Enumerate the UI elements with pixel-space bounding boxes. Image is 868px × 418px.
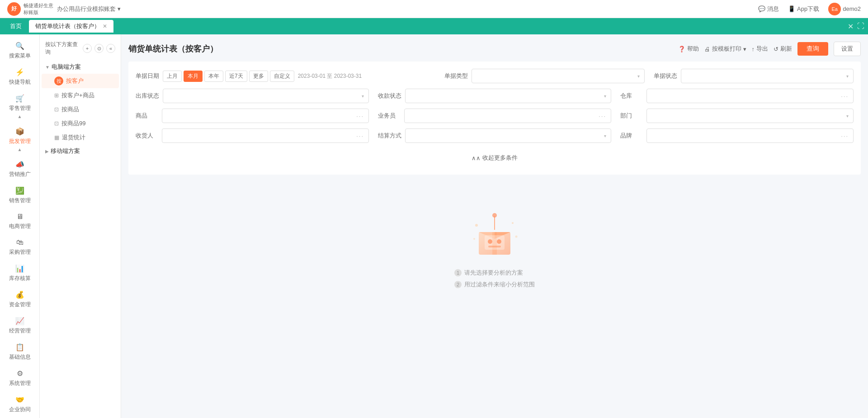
help-icon: ❓ (678, 46, 685, 52)
help-button[interactable]: ❓ 帮助 (678, 45, 699, 53)
brand-input[interactable]: ··· (646, 128, 854, 143)
warehouse-input[interactable]: ··· (646, 89, 854, 103)
filter-receiver-item: 收货人 ··· (136, 128, 369, 143)
table-icon: ⊞ (54, 92, 59, 99)
staff-input[interactable]: ··· (404, 109, 611, 123)
scheme-collapse-button[interactable]: « (106, 44, 115, 53)
template-print-button[interactable]: 🖨 按模板打印 ▾ (704, 45, 746, 53)
export-button[interactable]: ↑ 导出 (752, 45, 769, 53)
workspace-selector[interactable]: 办公用品行业模拟账套 ▾ (57, 5, 121, 13)
empty-illustration (467, 207, 522, 261)
ecommerce-icon: 🖥 (16, 213, 24, 221)
sidebar-item-search[interactable]: 🔍 搜索菜单 (2, 38, 38, 63)
sidebar: 🔍 搜索菜单 ⚡ 快捷导航 🛒 零售管理 ▲ 📦 批发管理 ▲ 📣 营销推广 💹… (0, 34, 40, 418)
sidebar-item-operation[interactable]: 📈 经营管理 (2, 313, 38, 338)
logo-icon: 好 (7, 2, 21, 16)
tab-bar: 首页 销货单统计表（按客户） ✕ ✕ ⛶ (0, 18, 868, 34)
tab-sales-stat[interactable]: 销货单统计表（按客户） ✕ (29, 20, 113, 33)
scheme-item-by-customer[interactable]: 按 按客户 (42, 74, 119, 88)
scheme-group-mobile-header[interactable]: ▶ 移动端方案 (40, 145, 121, 157)
scheme-item-icon: 按 (54, 76, 63, 86)
filter-card: 单据日期 上月 本月 本年 近7天 更多 自定义 2023-03-01 至 20… (128, 62, 861, 175)
filter-staff-item: 业务员 ··· (378, 109, 611, 123)
scheme-item-by-goods[interactable]: ⊡ 按商品 (42, 103, 119, 116)
collapse-bar: ∧∧ 收起更多条件 (136, 148, 854, 167)
scheme-group-mobile: ▶ 移动端方案 (40, 145, 121, 157)
svg-point-11 (512, 222, 514, 224)
message-button[interactable]: 💬 消息 (758, 5, 779, 13)
list-icon: ⊡ (54, 106, 59, 113)
sidebar-item-finance[interactable]: 💰 资金管理 (2, 287, 38, 312)
tab-home[interactable]: 首页 (4, 20, 28, 33)
goods-input[interactable]: ··· (162, 109, 369, 123)
sidebar-item-purchase[interactable]: 🛍 采购管理 (2, 235, 38, 260)
sidebar-item-system[interactable]: ⚙ 系统管理 (2, 366, 38, 391)
page-title: 销货单统计表（按客户） (128, 43, 218, 54)
filter-collect-status-item: 收款状态 ▾ (378, 89, 611, 103)
page-title-bar: 销货单统计表（按客户） ❓ 帮助 🖨 按模板打印 ▾ ↑ 导出 (128, 42, 861, 56)
main-layout: 🔍 搜索菜单 ⚡ 快捷导航 🛒 零售管理 ▲ 📦 批发管理 ▲ 📣 营销推广 💹… (0, 34, 868, 418)
tab-close-icon[interactable]: ✕ (103, 23, 107, 29)
date-this-year-btn[interactable]: 本年 (204, 71, 223, 82)
page-actions: ❓ 帮助 🖨 按模板打印 ▾ ↑ 导出 ↺ 刷新 (678, 42, 861, 56)
settings-button[interactable]: 设置 (834, 42, 861, 56)
date-last7days-btn[interactable]: 近7天 (225, 71, 247, 82)
refresh-icon: ↺ (774, 46, 778, 52)
settle-method-select[interactable]: ▾ (405, 128, 611, 143)
scheme-edit-button[interactable]: ⊙ (94, 44, 104, 53)
sidebar-item-ecommerce[interactable]: 🖥 电商管理 (2, 209, 38, 234)
collect-status-select[interactable]: ▾ (405, 89, 611, 103)
empty-tip-2: 2 用过滤条件来缩小分析范围 (454, 280, 535, 289)
collapse-filter-button[interactable]: ∧∧ 收起更多条件 (466, 152, 523, 164)
date-this-month-btn[interactable]: 本月 (184, 71, 203, 82)
scheme-item-return-stat[interactable]: ▦ 退货统计 (42, 131, 119, 144)
svg-point-10 (475, 224, 478, 227)
app-download-button[interactable]: 📱 App下载 (788, 5, 819, 13)
sales-icon: 💹 (15, 186, 24, 195)
staff-dots-icon: ··· (599, 113, 606, 119)
filter-date-item: 单据日期 上月 本月 本年 近7天 更多 自定义 2023-03-01 至 20… (136, 71, 435, 82)
svg-point-12 (473, 238, 475, 240)
refresh-button[interactable]: ↺ 刷新 (774, 45, 792, 53)
sidebar-item-retail[interactable]: 🛒 零售管理 ▲ (2, 90, 38, 123)
doc-status-select[interactable]: ▾ (681, 69, 854, 83)
tip-num-1: 1 (454, 269, 462, 276)
fullscreen-icon[interactable]: ⛶ (857, 22, 864, 30)
sidebar-item-wholesale[interactable]: 📦 批发管理 ▲ (2, 124, 38, 156)
out-status-select[interactable]: ▾ (163, 89, 369, 103)
marketing-icon: 📣 (15, 160, 24, 169)
sidebar-item-basic[interactable]: 📋 基础信息 (2, 339, 38, 365)
scheme-tree: ▼ 电脑端方案 按 按客户 ⊞ 按客户+商品 ⊡ 按商品 (40, 59, 121, 159)
close-window-icon[interactable]: ✕ (848, 22, 854, 31)
filter-doc-status-item: 单据状态 ▾ (654, 69, 854, 83)
receiver-input[interactable]: ··· (162, 128, 369, 143)
sidebar-item-inventory[interactable]: 📊 库存核算 (2, 261, 38, 286)
scheme-add-button[interactable]: + (83, 44, 92, 53)
user-avatar-button[interactable]: Ea demo2 (828, 3, 861, 15)
sidebar-item-marketing[interactable]: 📣 营销推广 (2, 157, 38, 182)
sidebar-item-quick-nav[interactable]: ⚡ 快捷导航 (2, 64, 38, 90)
filter-doc-type-item: 单据类型 ▾ (444, 69, 644, 83)
doc-type-select[interactable]: ▾ (472, 69, 644, 83)
sidebar-item-enterprise[interactable]: 🤝 企业协同 (2, 392, 38, 417)
date-more-btn[interactable]: 更多 (249, 71, 268, 82)
svg-rect-7 (488, 246, 501, 247)
svg-point-6 (497, 239, 501, 244)
download-icon: 📱 (788, 5, 795, 12)
filter-settle-method-item: 结算方式 ▾ (378, 128, 611, 143)
filter-out-status-item: 出库状态 ▾ (136, 89, 369, 103)
filter-row-1: 单据日期 上月 本月 本年 近7天 更多 自定义 2023-03-01 至 20… (136, 69, 854, 83)
scheme-panel-actions: + ⊙ « (83, 44, 115, 53)
sidebar-item-sales[interactable]: 💹 销售管理 (2, 183, 38, 208)
search-icon: 🔍 (15, 42, 24, 50)
message-icon: 💬 (758, 5, 765, 12)
date-last-month-btn[interactable]: 上月 (163, 71, 182, 82)
empty-state: 1 请先选择要分析的方案 2 用过滤条件来缩小分析范围 (128, 180, 861, 319)
scheme-item-by-customer-goods[interactable]: ⊞ 按客户+商品 (42, 89, 119, 102)
date-custom-btn[interactable]: 自定义 (270, 71, 294, 82)
search-button[interactable]: 查询 (797, 42, 828, 56)
scheme-item-by-goods99[interactable]: ⊡ 按商品99 (42, 117, 119, 130)
scheme-group-desktop-header[interactable]: ▼ 电脑端方案 (40, 61, 121, 73)
dept-select[interactable]: ▾ (646, 109, 854, 123)
purchase-icon: 🛍 (16, 238, 24, 247)
